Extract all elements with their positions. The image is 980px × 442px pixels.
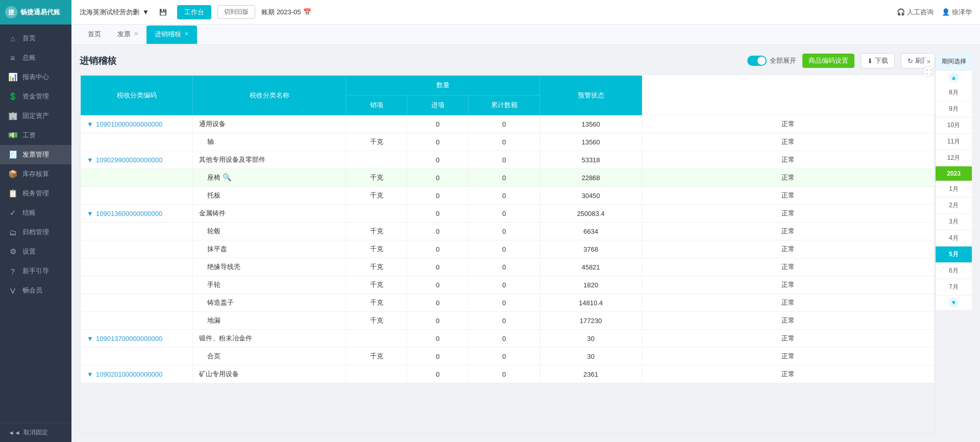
- sidebar-item-assets[interactable]: 🏢 固定资产: [0, 106, 71, 126]
- period-label: 账期: [261, 8, 275, 17]
- period-year-2023[interactable]: 2023: [936, 166, 972, 181]
- row-name: 轮毂: [193, 223, 346, 240]
- period-sidebar: 期间选择 ▲ 8月 9月 10月 11月 12月 2023 1月 2月 3月 4…: [935, 53, 972, 310]
- table-row: 地漏 千克 0 0 177230 正常: [81, 312, 935, 330]
- row-purchase: 0: [469, 330, 540, 348]
- tab-home[interactable]: 首页: [80, 26, 109, 44]
- headset-icon: 🎧: [897, 8, 905, 16]
- period-panel-close[interactable]: ✕: [924, 57, 933, 66]
- period-month-4[interactable]: 4月: [936, 230, 972, 247]
- row-sales: 0: [407, 151, 469, 169]
- period-prev-btn[interactable]: ▲: [949, 72, 959, 83]
- tab-invoice-close[interactable]: ✕: [134, 31, 138, 37]
- expand-toggle-container: 全部展开: [747, 56, 796, 66]
- period-month-6[interactable]: 6月: [936, 263, 972, 279]
- row-sales: 0: [407, 276, 469, 294]
- row-sales: 0: [407, 312, 469, 330]
- sidebar-item-inventory[interactable]: 📦 库存核算: [0, 164, 71, 184]
- row-code-empty: [81, 223, 193, 240]
- row-sales: 0: [407, 115, 469, 133]
- expand-icon[interactable]: ▼: [87, 156, 94, 163]
- download-button[interactable]: ⬇ 下载: [861, 53, 895, 68]
- table-row: ▼109013700000000000 锻件、粉末冶金件 0 0 30 正常: [81, 330, 935, 348]
- period-display: 账期 2023-05 📅: [261, 8, 311, 17]
- row-purchase: 0: [469, 240, 540, 258]
- period-month-7[interactable]: 7月: [936, 279, 972, 296]
- sidebar-item-settings[interactable]: ⚙ 设置: [0, 242, 71, 261]
- search-icon[interactable]: 🔍: [223, 173, 231, 181]
- inventory-icon: 📦: [8, 169, 17, 179]
- expand-icon[interactable]: ▼: [87, 120, 94, 128]
- row-code-empty: [81, 187, 193, 205]
- sidebar-item-tax[interactable]: 📋 税务管理: [0, 184, 71, 203]
- row-unit: [346, 151, 407, 169]
- sidebar-item-capital[interactable]: 💲 资金管理: [0, 87, 71, 106]
- period-month-5[interactable]: 5月: [936, 247, 972, 263]
- row-name: 绝缘导线壳: [193, 258, 346, 276]
- capital-icon: 💲: [8, 92, 17, 101]
- workspace-button[interactable]: 工作台: [177, 5, 211, 19]
- row-purchase: 0: [469, 294, 540, 312]
- th-total: 累计数额: [469, 95, 540, 115]
- tab-invoice[interactable]: 发票 ✕: [109, 26, 146, 44]
- user-menu[interactable]: 👤 徐泽华: [942, 8, 972, 17]
- row-unit: 千克: [346, 294, 407, 312]
- row-code: ▼109013600000000000: [81, 205, 193, 223]
- sidebar-label-member: 畅会员: [22, 286, 42, 295]
- save-icon: 💾: [159, 9, 167, 16]
- switch-old-button[interactable]: 切到旧版: [217, 5, 255, 19]
- period-month-1[interactable]: 1月: [936, 181, 972, 198]
- sidebar-item-reports[interactable]: 📊 报表中心: [0, 67, 71, 87]
- product-code-button[interactable]: 商品编码设置: [802, 54, 854, 68]
- payroll-icon: 💵: [8, 131, 17, 140]
- help-button[interactable]: 🎧 人工咨询: [897, 8, 934, 17]
- period-month-11[interactable]: 11月: [936, 134, 972, 150]
- save-draft-button[interactable]: 💾: [155, 7, 171, 18]
- row-total: 22868: [540, 169, 642, 187]
- period-next-btn[interactable]: ▼: [949, 298, 959, 308]
- sidebar-item-home[interactable]: ⌂ 首页: [0, 29, 71, 48]
- row-name: 通用设备: [193, 115, 346, 133]
- row-total: 1820: [540, 276, 642, 294]
- row-unit: [346, 365, 407, 383]
- period-nav-down: ▼: [936, 296, 972, 310]
- sidebar-item-member[interactable]: V 畅会员: [0, 281, 71, 300]
- page-actions: 全部展开 商品编码设置 ⬇ 下载 ↻ 刷新: [747, 53, 935, 68]
- period-month-9[interactable]: 9月: [936, 101, 972, 117]
- sidebar-item-ledger[interactable]: ≡ 总账: [0, 48, 71, 67]
- row-status: 正常: [642, 330, 935, 348]
- sidebar-footer[interactable]: ◄◄ 取消固定: [0, 423, 71, 442]
- th-sales: 销项: [346, 95, 407, 115]
- row-unit: [346, 330, 407, 348]
- period-month-10[interactable]: 10月: [936, 117, 972, 134]
- expand-icon[interactable]: ▼: [87, 335, 94, 342]
- sidebar-item-payroll[interactable]: 💵 工资: [0, 126, 71, 145]
- logo-icon: 捷: [5, 6, 17, 18]
- row-purchase: 0: [469, 365, 540, 383]
- row-unit: 千克: [346, 258, 407, 276]
- expand-toggle[interactable]: [747, 56, 767, 66]
- period-panel-expand[interactable]: ⛶: [924, 67, 933, 77]
- tab-reconciliation-close[interactable]: ✕: [184, 31, 189, 37]
- row-total: 14810.4: [540, 294, 642, 312]
- sidebar-item-settle[interactable]: ✓ 结账: [0, 203, 71, 223]
- sidebar-item-guide[interactable]: ? 新手引导: [0, 261, 71, 281]
- member-icon: V: [8, 286, 17, 295]
- period-month-2[interactable]: 2月: [936, 198, 972, 214]
- row-status: 正常: [642, 133, 935, 151]
- row-sales: 0: [407, 240, 469, 258]
- expand-icon[interactable]: ▼: [87, 210, 94, 217]
- period-month-12[interactable]: 12月: [936, 150, 972, 166]
- row-sales: 0: [407, 365, 469, 383]
- expand-icon[interactable]: ▼: [87, 371, 94, 378]
- sidebar-item-archive[interactable]: 🗂 归档管理: [0, 223, 71, 242]
- row-status: 正常: [642, 294, 935, 312]
- company-selector[interactable]: 沈海英测试经营勿删 ▼: [80, 8, 149, 17]
- tab-reconciliation[interactable]: 进销稽核 ✕: [146, 26, 197, 44]
- period-month-8[interactable]: 8月: [936, 85, 972, 101]
- period-month-3[interactable]: 3月: [936, 214, 972, 230]
- row-total: 30: [540, 330, 642, 348]
- row-status: 正常: [642, 223, 935, 240]
- row-status: 正常: [642, 151, 935, 169]
- sidebar-item-invoice[interactable]: 🧾 发票管理: [0, 145, 71, 164]
